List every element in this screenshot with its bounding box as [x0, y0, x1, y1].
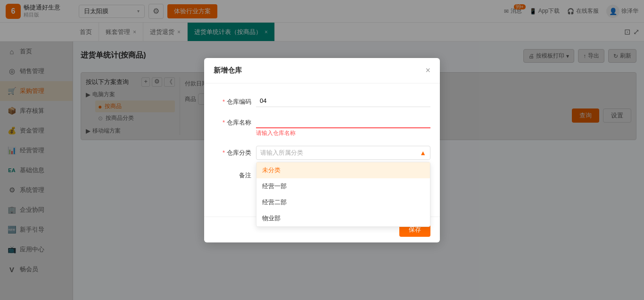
modal-header: 新增仓库 ×	[204, 58, 440, 83]
modal-close-button[interactable]: ×	[425, 66, 430, 75]
dropdown-item-property[interactable]: 物业部	[256, 210, 430, 226]
category-select-wrapper: 请输入所属分类 ▲ 未分类 经营一部 经营二部 物业部	[256, 146, 430, 160]
form-row-category: 仓库分类 请输入所属分类 ▲ 未分类 经营一部 经营二部 物业部	[214, 146, 430, 160]
code-label: 仓库编码	[214, 95, 251, 106]
note-label: 备注	[214, 168, 251, 180]
form-row-name: 仓库名称 请输入仓库名称	[214, 116, 430, 137]
category-select[interactable]: 请输入所属分类 ▲	[256, 146, 430, 160]
modal-new-warehouse: 新增仓库 × 仓库编码 仓库名称 请输入仓库名称 仓库分类	[204, 58, 440, 242]
category-dropdown: 未分类 经营一部 经营二部 物业部	[256, 162, 430, 227]
modal-body: 仓库编码 仓库名称 请输入仓库名称 仓库分类 请输入所属分类 ▲	[204, 83, 440, 217]
form-row-code: 仓库编码	[214, 95, 430, 107]
dropdown-item-uncategorized[interactable]: 未分类	[256, 162, 430, 178]
name-input[interactable]	[256, 116, 430, 128]
name-error-message: 请输入仓库名称	[256, 129, 430, 137]
name-label: 仓库名称	[214, 116, 251, 127]
dropdown-item-ops1[interactable]: 经营一部	[256, 178, 430, 194]
modal-title: 新增仓库	[214, 66, 242, 75]
chevron-up-icon: ▲	[420, 149, 426, 157]
category-placeholder: 请输入所属分类	[260, 149, 303, 157]
dropdown-item-ops2[interactable]: 经营二部	[256, 194, 430, 210]
modal-overlay: 新增仓库 × 仓库编码 仓库名称 请输入仓库名称 仓库分类	[0, 0, 644, 300]
code-input[interactable]	[256, 95, 430, 107]
category-label: 仓库分类	[214, 146, 251, 157]
